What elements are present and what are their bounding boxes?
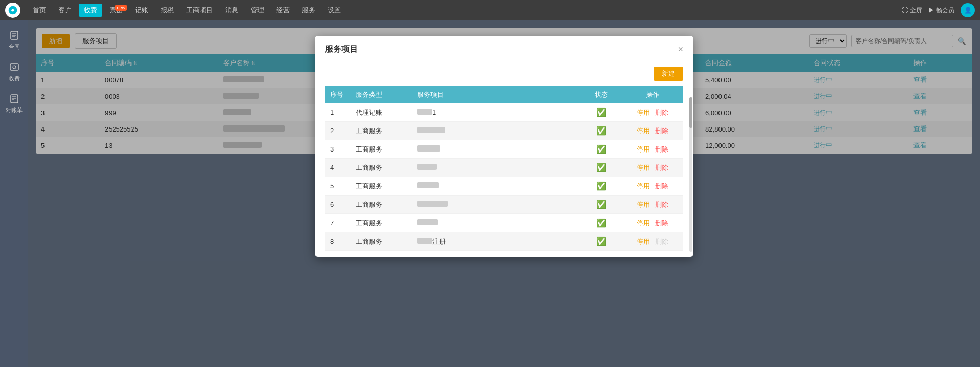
mrow-item: [412, 159, 581, 177]
modal-scrollbar[interactable]: [689, 97, 692, 252]
stop-button-8[interactable]: 停用: [637, 238, 650, 245]
member-btn[interactable]: ▶ 畅会员: [928, 6, 954, 15]
modal-table-row: 8 工商服务 注册 ✅ 停用 删除: [325, 232, 683, 251]
stop-button-6[interactable]: 停用: [637, 201, 650, 208]
mrow-seq: 7: [325, 214, 351, 232]
mrow-type: 工商服务: [351, 177, 412, 196]
delete-button-8[interactable]: 删除: [655, 238, 668, 245]
mrow-type: 工商服务: [351, 122, 412, 140]
mrow-item: [412, 122, 581, 140]
main-content: 新增 服务项目 进行中 已完成 已终止 🔍 序号 合同编码⇅: [28, 20, 980, 367]
stop-button-4[interactable]: 停用: [637, 164, 650, 171]
sidebar-item-fee[interactable]: 收费: [2, 57, 27, 87]
mrow-action: 停用 删除: [622, 177, 683, 196]
modal-table-row: 5 工商服务 ✅ 停用 删除: [325, 177, 683, 196]
modal-overlay: 服务项目 × 新建 序号 服务类型 服务项目 状态: [28, 20, 980, 367]
mrow-action: 停用 删除: [622, 214, 683, 232]
mrow-type: 代理记账: [351, 103, 412, 122]
nav-manage[interactable]: 管理: [246, 4, 269, 17]
mth-seq: 序号: [325, 86, 351, 103]
nav-operation[interactable]: 经营: [271, 4, 295, 17]
svg-point-6: [13, 66, 16, 69]
mrow-status: ✅: [581, 140, 622, 159]
new-badge: new: [115, 5, 127, 11]
sidebar-item-statement[interactable]: 对账单: [2, 89, 27, 118]
mth-status: 状态: [581, 86, 622, 103]
mrow-action: 停用 删除: [622, 159, 683, 177]
stop-button-1[interactable]: 停用: [637, 109, 650, 116]
mrow-seq: 3: [325, 140, 351, 159]
fee-icon: [9, 61, 20, 73]
nav-tax[interactable]: 报税: [156, 4, 179, 17]
sidebar: 合同 收费 对账单: [0, 20, 28, 367]
delete-button-5[interactable]: 删除: [655, 182, 668, 190]
main-layout: 合同 收费 对账单: [0, 20, 980, 367]
top-nav-right: ⛶ 全屏 ▶ 畅会员 👤: [902, 3, 975, 17]
modal-table-row: 3 工商服务 ✅ 停用 删除: [325, 140, 683, 159]
modal-toolbar: 新建: [325, 67, 683, 81]
modal-table-body: 1 代理记账 1 ✅ 停用 删除 2: [325, 103, 683, 251]
mrow-status: ✅: [581, 122, 622, 140]
stop-button-5[interactable]: 停用: [637, 182, 650, 190]
delete-button-1[interactable]: 删除: [655, 109, 668, 116]
mrow-action: 停用 删除: [622, 232, 683, 251]
mrow-type: 工商服务: [351, 159, 412, 177]
sidebar-statement-label: 对账单: [6, 106, 23, 114]
modal-table-row: 7 工商服务 ✅ 停用 删除: [325, 214, 683, 232]
mrow-type: 工商服务: [351, 140, 412, 159]
service-modal: 服务项目 × 新建 序号 服务类型 服务项目 状态: [315, 36, 693, 257]
mrow-type: 工商服务: [351, 232, 412, 251]
nav-message[interactable]: 消息: [220, 4, 244, 17]
delete-button-6[interactable]: 删除: [655, 201, 668, 208]
nav-business[interactable]: 工商项目: [181, 4, 218, 17]
mrow-seq: 6: [325, 196, 351, 214]
nav-home[interactable]: 首页: [28, 4, 51, 17]
delete-button-4[interactable]: 删除: [655, 164, 668, 171]
delete-button-7[interactable]: 删除: [655, 219, 668, 227]
stop-button-2[interactable]: 停用: [637, 127, 650, 135]
avatar[interactable]: 👤: [961, 3, 975, 17]
stop-button-3[interactable]: 停用: [637, 145, 650, 153]
mth-item: 服务项目: [412, 86, 581, 103]
modal-table-row: 4 工商服务 ✅ 停用 删除: [325, 159, 683, 177]
modal-new-button[interactable]: 新建: [654, 67, 683, 81]
mrow-type: 工商服务: [351, 214, 412, 232]
mrow-action: 停用 删除: [622, 196, 683, 214]
mth-action: 操作: [622, 86, 683, 103]
delete-button-2[interactable]: 删除: [655, 127, 668, 135]
sidebar-item-contract[interactable]: 合同: [2, 26, 27, 55]
statement-icon: [9, 93, 20, 104]
mrow-status: ✅: [581, 159, 622, 177]
nav-service[interactable]: 服务: [297, 4, 320, 17]
modal-scrollbar-thumb: [689, 97, 692, 128]
mrow-item: [412, 196, 581, 214]
modal-table: 序号 服务类型 服务项目 状态 操作 1 代理记账: [325, 86, 683, 251]
mrow-seq: 4: [325, 159, 351, 177]
contract-icon: [9, 30, 20, 41]
mrow-status: ✅: [581, 196, 622, 214]
mrow-seq: 8: [325, 232, 351, 251]
modal-close-button[interactable]: ×: [678, 44, 683, 55]
mrow-status: ✅: [581, 177, 622, 196]
top-nav: 首页 客户 收费 票据 new 记账 报税 工商项目 消息 管理 经营 服务 设…: [0, 0, 980, 20]
app-logo: [5, 3, 20, 18]
nav-settings[interactable]: 设置: [322, 4, 346, 17]
mth-type: 服务类型: [351, 86, 412, 103]
fullscreen-btn[interactable]: ⛶ 全屏: [902, 6, 922, 15]
mrow-seq: 1: [325, 103, 351, 122]
sidebar-contract-label: 合同: [9, 43, 20, 51]
mrow-status: ✅: [581, 214, 622, 232]
sidebar-fee-label: 收费: [9, 75, 20, 82]
nav-bookkeeping[interactable]: 记账: [130, 4, 154, 17]
mrow-item: [412, 177, 581, 196]
mrow-item: [412, 140, 581, 159]
delete-button-3[interactable]: 删除: [655, 145, 668, 153]
modal-title: 服务项目: [325, 44, 358, 55]
nav-invoice[interactable]: 票据 new: [104, 4, 128, 17]
mrow-item: [412, 214, 581, 232]
nav-customer[interactable]: 客户: [53, 4, 77, 17]
stop-button-7[interactable]: 停用: [637, 219, 650, 227]
nav-fee[interactable]: 收费: [79, 4, 102, 17]
mrow-status: ✅: [581, 232, 622, 251]
mrow-action: 停用 删除: [622, 103, 683, 122]
